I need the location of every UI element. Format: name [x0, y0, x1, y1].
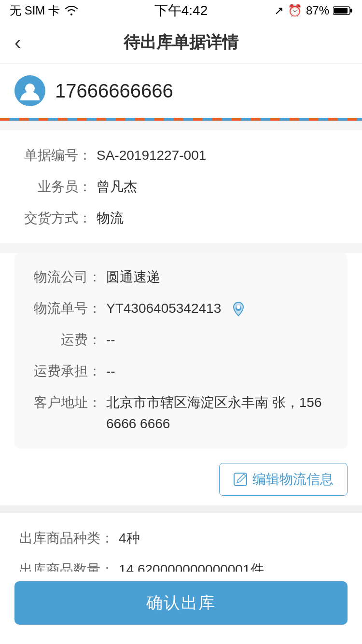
user-header: 17666666666: [0, 64, 362, 118]
avatar: [14, 75, 45, 106]
svg-point-5: [237, 305, 240, 309]
logistics-tracking-row: 物流单号： YT4306405342413: [29, 298, 333, 320]
sales-person-value: 曾凡杰: [97, 176, 343, 198]
tracking-location-icon[interactable]: [229, 299, 248, 319]
edit-logistics-label: 编辑物流信息: [252, 470, 334, 489]
svg-rect-1: [350, 9, 352, 13]
status-bar-time: 下午4:42: [154, 1, 208, 20]
address-label: 客户地址：: [29, 392, 106, 414]
alarm-icon: ⏰: [288, 4, 302, 17]
logistics-tracking-value: YT4306405342413: [106, 298, 221, 320]
freight-row: 运费： --: [29, 329, 333, 351]
wifi-icon: [65, 6, 78, 15]
carrier-label: 无 SIM 卡: [10, 3, 60, 18]
address-value: 北京市市辖区海淀区永丰南 张，156 6666 6666: [106, 392, 333, 435]
order-number-value: SA-20191227-001: [97, 145, 343, 167]
nav-bar: ‹ 待出库单据详情: [0, 21, 362, 64]
edit-btn-row: 编辑物流信息: [0, 453, 362, 505]
freight-bearer-label: 运费承担：: [29, 361, 106, 382]
product-types-row: 出库商品种类： 4种: [19, 528, 343, 549]
avatar-icon: [18, 79, 42, 103]
sales-person-row: 业务员： 曾凡杰: [19, 176, 343, 198]
svg-rect-2: [334, 8, 348, 14]
battery-icon: [333, 6, 352, 15]
logistics-number-container: YT4306405342413: [106, 298, 248, 320]
logistics-company-label: 物流公司：: [29, 266, 106, 288]
logistics-company-value: 圆通速递: [106, 266, 333, 288]
logistics-card: 物流公司： 圆通速递 物流单号： YT4306405342413 运费： --: [14, 253, 348, 448]
delivery-method-label: 交货方式：: [19, 208, 97, 229]
status-bar-right: ↗ ⏰ 87%: [274, 4, 352, 17]
freight-bearer-value: --: [106, 361, 333, 382]
edit-icon: [233, 472, 248, 487]
edit-logistics-button[interactable]: 编辑物流信息: [219, 463, 348, 496]
user-phone: 17666666666: [55, 80, 173, 102]
order-number-row: 单据编号： SA-20191227-001: [19, 145, 343, 167]
confirm-button[interactable]: 确认出库: [14, 581, 348, 625]
sales-person-label: 业务员：: [19, 176, 97, 198]
page-title: 待出库单据详情: [124, 31, 238, 54]
delivery-method-row: 交货方式： 物流: [19, 208, 343, 229]
freight-label: 运费：: [29, 329, 106, 351]
status-bar-left: 无 SIM 卡: [10, 3, 78, 18]
back-button[interactable]: ‹: [14, 33, 21, 52]
product-types-label: 出库商品种类：: [19, 528, 119, 549]
logistics-tracking-label: 物流单号：: [29, 298, 106, 320]
dashed-divider: [0, 118, 362, 121]
battery-label: 87%: [306, 4, 329, 17]
confirm-btn-container: 确认出库: [0, 572, 362, 644]
order-number-label: 单据编号：: [19, 145, 97, 167]
gray-separator: [0, 505, 362, 513]
product-types-value: 4种: [119, 528, 343, 549]
address-row: 客户地址： 北京市市辖区海淀区永丰南 张，156 6666 6666: [29, 392, 333, 435]
basic-info-section: 单据编号： SA-20191227-001 业务员： 曾凡杰 交货方式： 物流: [0, 130, 362, 243]
logistics-outer: 物流公司： 圆通速递 物流单号： YT4306405342413 运费： --: [0, 253, 362, 453]
location-icon: ↗: [274, 4, 284, 17]
delivery-method-value: 物流: [97, 208, 343, 229]
freight-value: --: [106, 329, 333, 351]
logistics-company-row: 物流公司： 圆通速递: [29, 266, 333, 288]
status-bar: 无 SIM 卡 下午4:42 ↗ ⏰ 87%: [0, 0, 362, 21]
freight-bearer-row: 运费承担： --: [29, 361, 333, 382]
